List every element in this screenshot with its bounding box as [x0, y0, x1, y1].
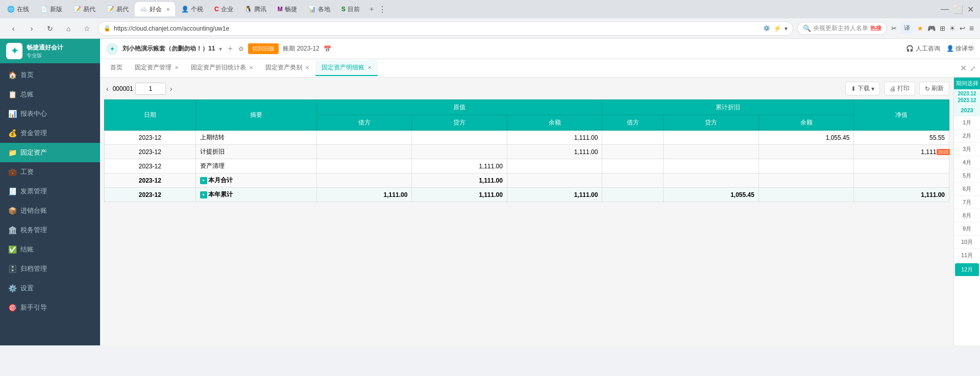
- tab-haohui-close[interactable]: ✕: [166, 7, 170, 12]
- col-orig-credit: 贷方: [412, 115, 507, 131]
- tab-changjie[interactable]: M 畅捷: [273, 2, 302, 16]
- nav-item-fixed-assets[interactable]: 📁 固定资产: [0, 143, 100, 162]
- back-btn[interactable]: ‹: [6, 21, 20, 36]
- col-dep-credit: 贷方: [664, 115, 759, 131]
- tab-asset-ledger-close[interactable]: ✕: [368, 65, 372, 70]
- tab-yidai-2[interactable]: 📝 易代: [102, 2, 134, 16]
- refresh-btn[interactable]: ↻ 刷新: [919, 82, 949, 95]
- tab-depreciation-stats[interactable]: 固定资产折旧统计表 ✕: [185, 60, 259, 76]
- nav-item-invoice[interactable]: 🧾 发票管理: [0, 182, 100, 201]
- panel-close-btn[interactable]: ✕: [960, 63, 967, 73]
- print-btn[interactable]: 🖨 打印: [884, 82, 915, 95]
- star-icon[interactable]: ★: [917, 24, 923, 32]
- ledger-area: ‹ 000001 › ⬇ 下载 ▾ 🖨 打印: [100, 78, 953, 345]
- user-avatar[interactable]: 👤 徐译华: [946, 44, 974, 53]
- tab-menu-button[interactable]: ⋮: [378, 5, 386, 14]
- month-3[interactable]: 3月: [954, 143, 980, 156]
- search-icon: 🔍: [803, 24, 811, 32]
- tab-asset-category-close[interactable]: ✕: [305, 65, 309, 70]
- month-9[interactable]: 9月: [954, 222, 980, 236]
- menu-icon[interactable]: ≡: [969, 24, 974, 33]
- download-dropdown-icon[interactable]: ▾: [871, 85, 874, 92]
- search-box[interactable]: 🔍 央视更新主持人名单 热搜: [797, 22, 887, 35]
- new-tab-button[interactable]: ＋: [368, 5, 375, 14]
- nav-item-home[interactable]: 🏠 首页: [0, 65, 100, 85]
- nav-item-reports[interactable]: 📊 报表中心: [0, 104, 100, 123]
- row3-orig-balance: [507, 159, 602, 173]
- minimize-btn[interactable]: —: [941, 5, 949, 14]
- nav-item-funds[interactable]: 💰 资金管理: [0, 123, 100, 143]
- dropdown-icon[interactable]: ▾: [785, 25, 788, 32]
- scissors-icon[interactable]: ✂: [891, 24, 897, 32]
- month-4[interactable]: 4月: [954, 156, 980, 169]
- tab-gedi[interactable]: 📊 各地: [303, 2, 335, 16]
- ledger-toolbar: ‹ 000001 › ⬇ 下载 ▾ 🖨 打印: [104, 82, 949, 95]
- undo-icon[interactable]: ↩: [960, 24, 965, 32]
- dropdown-arrow[interactable]: ▾: [219, 45, 222, 53]
- month-5[interactable]: 5月: [954, 169, 980, 183]
- row4-orig-debit: [316, 173, 412, 188]
- table-row: 2023-12 上期结转 1,111.00 1,055.45 55.55: [105, 131, 949, 145]
- url-text: https://cloud.chanjet.com/accounting/uw1…: [114, 25, 760, 32]
- nav-item-close[interactable]: ✅ 结账: [0, 240, 100, 259]
- nav-item-guide[interactable]: 🎯 新手引导: [0, 298, 100, 317]
- add-icon[interactable]: ＋: [226, 43, 234, 54]
- year-2023[interactable]: 2023: [954, 105, 980, 116]
- address-bar[interactable]: 🔒 https://cloud.chanjet.com/accounting/u…: [98, 21, 793, 36]
- nav-item-payroll[interactable]: 💼 工资: [0, 162, 100, 182]
- month-6[interactable]: 6月: [954, 183, 980, 196]
- tab-home[interactable]: 首页: [104, 60, 129, 76]
- switch-version-btn[interactable]: 切到旧版: [248, 43, 279, 54]
- month-12[interactable]: 12月: [955, 263, 979, 277]
- tab-online[interactable]: 🌐 在线: [2, 2, 34, 16]
- bookmark-btn[interactable]: ☆: [80, 21, 94, 36]
- reload-btn[interactable]: ↻: [43, 21, 57, 36]
- tab-depreciation-stats-close[interactable]: ✕: [249, 65, 253, 70]
- forward-btn[interactable]: ›: [24, 21, 39, 36]
- calendar-icon[interactable]: 📅: [324, 45, 331, 53]
- table-row: 2023-12 +本月合计 1,111.00: [105, 173, 949, 188]
- panel-expand-btn[interactable]: ⤢: [970, 64, 976, 72]
- grid-icon[interactable]: ⊞: [940, 24, 945, 32]
- row5-orig-debit: 1,111.00: [316, 188, 412, 202]
- prev-page-btn[interactable]: ‹: [104, 84, 111, 94]
- table-row: 2023-12 计提折旧 1,111.00 1,111.00 2023: [105, 145, 949, 159]
- brightness-icon[interactable]: ☀: [949, 24, 955, 32]
- home-btn[interactable]: ⌂: [61, 21, 76, 36]
- tab-qiye[interactable]: C 企业: [209, 2, 238, 16]
- game-icon[interactable]: 🎮: [927, 24, 936, 32]
- month-10[interactable]: 10月: [954, 236, 980, 249]
- tab-asset-category[interactable]: 固定资产类别 ✕: [259, 60, 315, 76]
- month-1[interactable]: 1月: [954, 116, 980, 130]
- month-2[interactable]: 2月: [954, 130, 980, 143]
- month-11[interactable]: 11月: [954, 249, 980, 262]
- row2-orig-credit: [412, 145, 507, 159]
- month-7[interactable]: 7月: [954, 196, 980, 209]
- service-link[interactable]: 🎧 人工咨询: [906, 44, 940, 53]
- nav-item-stock[interactable]: 📦 进销台账: [0, 201, 100, 220]
- funds-icon: 💰: [8, 129, 16, 137]
- month-8[interactable]: 8月: [954, 209, 980, 222]
- nav-item-archive[interactable]: 🗄️ 归档管理: [0, 259, 100, 279]
- tab-new[interactable]: 📄 新版: [35, 2, 67, 16]
- tab-tencent[interactable]: 🐧 腾讯: [239, 2, 272, 16]
- tab-haohui[interactable]: ☁️ 好会 ✕: [135, 2, 175, 16]
- settings-cog[interactable]: ⚙: [238, 45, 244, 53]
- next-page-btn[interactable]: ›: [168, 84, 175, 94]
- lightning-icon[interactable]: ⚡: [773, 24, 781, 32]
- nav-item-general-ledger[interactable]: 📋 总账: [0, 85, 100, 104]
- translate-icon[interactable]: 译: [901, 23, 913, 34]
- tab-fixed-assets-mgmt-close[interactable]: ✕: [175, 65, 179, 70]
- tab-geshui[interactable]: 👤 个税: [176, 2, 208, 16]
- tab-muqian[interactable]: S 目前: [336, 2, 365, 16]
- tab-asset-ledger[interactable]: 固定资产明细账 ✕: [315, 60, 378, 76]
- close-btn-window[interactable]: ✕: [967, 5, 974, 14]
- nav-item-tax[interactable]: 🏛️ 税务管理: [0, 220, 100, 240]
- download-btn[interactable]: ⬇ 下载 ▾: [845, 82, 880, 95]
- page-input[interactable]: [135, 83, 166, 95]
- site-info-icon[interactable]: ⚙️: [763, 25, 770, 32]
- tab-fixed-assets-mgmt[interactable]: 固定资产管理 ✕: [129, 60, 185, 76]
- tab-yidai-1[interactable]: 📝 易代: [68, 2, 101, 16]
- nav-item-settings[interactable]: ⚙️ 设置: [0, 279, 100, 298]
- restore-btn[interactable]: ⬜: [953, 5, 963, 14]
